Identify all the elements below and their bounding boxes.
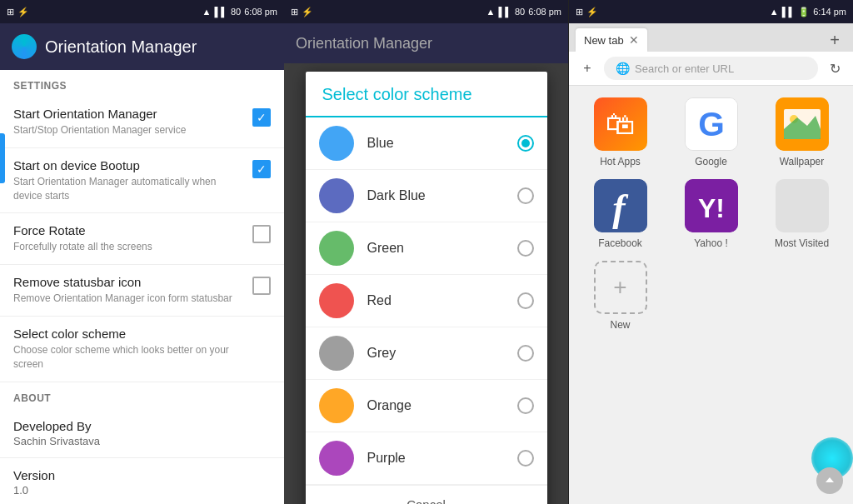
reload-button[interactable]: ↻ (823, 57, 846, 80)
panel-settings: ⊞ ⚡ ▲ ▌▌ 80 6:08 pm Orientation Manager … (0, 0, 284, 504)
about-version-title: Version (13, 468, 271, 482)
new-tab-button[interactable]: + (823, 28, 846, 52)
app-tile-google[interactable]: G Google (671, 97, 751, 167)
new-tab-addr-button[interactable]: + (576, 57, 599, 80)
status-icons-right-3: ▲ ▌▌ 🔋 6:14 pm (770, 7, 846, 17)
tab-label: New tab (584, 34, 624, 47)
app-tile-wallpaper[interactable]: Wallpaper (762, 97, 841, 167)
about-developer-value: Sachin Srivastava (13, 435, 271, 447)
blurred-title: Orientation Manager (296, 35, 432, 52)
dialog-cancel-button[interactable]: Cancel (306, 485, 547, 504)
facebook-icon: f (594, 179, 647, 232)
usb-icon: ⚡ (17, 7, 29, 17)
color-option-green[interactable]: Green (306, 222, 547, 275)
color-name-5: Orange (367, 398, 517, 413)
browser-tab-new[interactable]: New tab ✕ (576, 28, 647, 52)
radio-3[interactable] (517, 292, 534, 309)
about-developer-title: Developed By (13, 419, 271, 433)
wallpaper-icon (776, 97, 829, 151)
status-icons-right: ▲ ▌▌ 80 6:08 pm (202, 7, 277, 17)
address-input-wrap[interactable]: 🌐 Search or enter URL (604, 57, 818, 80)
about-version: Version 1.0 (0, 458, 284, 504)
signal-icon-3: ▌▌ (782, 7, 796, 17)
color-circle-2 (319, 231, 354, 266)
about-version-value: 1.0 (13, 484, 271, 497)
color-name-3: Red (367, 293, 517, 308)
color-circle-1 (319, 178, 354, 213)
color-scheme-dialog: Select color scheme BlueDark BlueGreenRe… (306, 72, 547, 504)
color-circle-0 (319, 126, 354, 161)
add-tile-icon: + (594, 261, 647, 314)
radio-0[interactable] (517, 135, 534, 152)
radio-2[interactable] (517, 240, 534, 257)
color-name-2: Green (367, 241, 517, 256)
color-option-grey[interactable]: Grey (306, 327, 547, 380)
dialog-title: Select color scheme (322, 85, 531, 104)
checkbox-4[interactable] (252, 277, 271, 295)
setting-bootup[interactable]: Start on device Bootup Start Orientation… (0, 148, 284, 214)
setting-force-rotate[interactable]: Force Rotate Forcefully rotate all the s… (0, 213, 284, 265)
app-tile-hot-apps[interactable]: 🛍 Hot Apps (581, 97, 660, 167)
about-developer: Developed By Sachin Srivastava (0, 409, 284, 458)
new-tile[interactable]: + New (581, 261, 660, 331)
wifi-icon-2: ▲ (486, 7, 496, 17)
setting-title-2: Start on device Bootup (13, 158, 242, 172)
app-tile-most-visited[interactable]: Most Visited (762, 179, 841, 249)
panel-dialog: ⊞ ⚡ ▲ ▌▌ 80 6:08 pm Orientation Manager … (284, 0, 568, 504)
dialog-cancel-label: Cancel (407, 497, 446, 504)
android-icon-3: ⊞ (576, 7, 583, 17)
setting-title-3: Force Rotate (13, 223, 242, 237)
checkbox-1[interactable]: ✓ (252, 108, 271, 127)
dialog-header: Select color scheme (306, 72, 547, 117)
radio-6[interactable] (517, 450, 534, 467)
time-3: 6:14 pm (813, 7, 846, 17)
status-bar-2: ⊞ ⚡ ▲ ▌▌ 80 6:08 pm (284, 0, 568, 23)
setting-start-om[interactable]: Start Orientation Manager Start/Stop Ori… (0, 97, 284, 148)
svg-text:Y!: Y! (698, 193, 725, 223)
color-option-dark-blue[interactable]: Dark Blue (306, 170, 547, 222)
color-name-1: Dark Blue (367, 188, 517, 203)
tab-close-icon[interactable]: ✕ (629, 33, 639, 47)
setting-desc-5: Choose color scheme which looks better o… (13, 343, 261, 372)
setting-color-scheme[interactable]: Select color scheme Choose color scheme … (0, 317, 284, 382)
status-icons-right-2: ▲ ▌▌ 80 6:08 pm (486, 7, 561, 17)
setting-title-1: Start Orientation Manager (13, 107, 242, 121)
setting-desc-3: Forcefully rotate all the screens (13, 240, 242, 254)
color-circle-5 (319, 388, 354, 423)
signal-icon-2: ▌▌ (498, 7, 511, 17)
status-bar-3: ⊞ ⚡ ▲ ▌▌ 🔋 6:14 pm (569, 0, 853, 23)
wifi-icon: ▲ (202, 7, 212, 17)
scroll-up-button[interactable] (816, 467, 843, 494)
color-circle-3 (319, 283, 354, 318)
color-option-red[interactable]: Red (306, 275, 547, 327)
time-2: 6:08 pm (528, 7, 561, 17)
setting-desc-2: Start Orientation Manager automatically … (13, 175, 242, 203)
most-visited-icon (776, 179, 829, 232)
most-visited-label: Most Visited (775, 237, 829, 249)
app-title-1: Orientation Manager (45, 37, 197, 57)
checkbox-2[interactable]: ✓ (252, 160, 271, 178)
battery-icon: 80 (231, 7, 241, 17)
browser-tab-bar: New tab ✕ + (569, 23, 853, 52)
status-icons-left-3: ⊞ ⚡ (576, 7, 598, 17)
time-1: 6:08 pm (244, 7, 277, 17)
color-option-orange[interactable]: Orange (306, 380, 547, 432)
browser-main-area: 🛍 Hot Apps G Google (569, 86, 853, 504)
color-option-blue[interactable]: Blue (306, 117, 547, 170)
checkbox-3[interactable] (252, 225, 271, 243)
globe-icon: 🌐 (616, 62, 630, 75)
radio-5[interactable] (517, 397, 534, 414)
yahoo-label: Yahoo ! (694, 237, 727, 249)
radio-1[interactable] (517, 187, 534, 204)
color-name-6: Purple (367, 451, 517, 466)
setting-statusbar-icon[interactable]: Remove statusbar icon Remove Orientation… (0, 265, 284, 317)
color-option-purple[interactable]: Purple (306, 432, 547, 485)
settings-content: SETTINGS Start Orientation Manager Start… (0, 70, 284, 504)
app-tile-yahoo[interactable]: Y! Yahoo ! (671, 179, 751, 249)
google-label: Google (695, 156, 727, 167)
usb-icon-2: ⚡ (302, 7, 313, 17)
app-tile-facebook[interactable]: f Facebook (581, 179, 660, 249)
battery-icon-3: 🔋 (798, 7, 810, 17)
status-icons-left: ⊞ ⚡ (7, 7, 29, 17)
radio-4[interactable] (517, 345, 534, 362)
